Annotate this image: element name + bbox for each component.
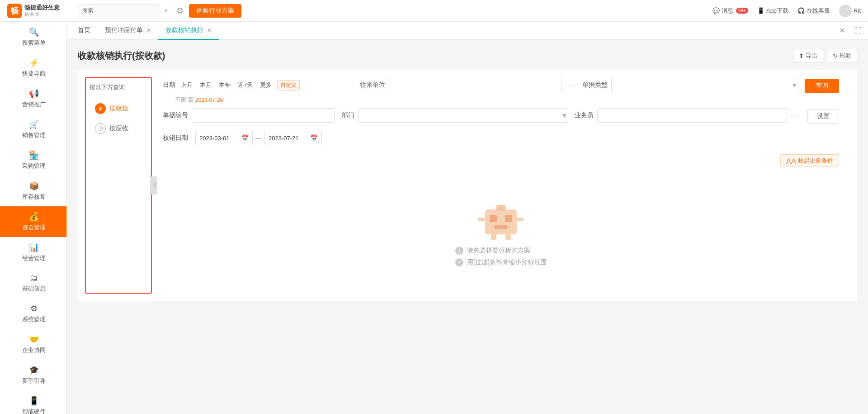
tab-0[interactable]: 首页 xyxy=(71,22,98,40)
tab-1[interactable]: 预付冲应付单✕ xyxy=(98,22,158,40)
sidebar-item-智能硬件[interactable]: 📱 智能硬件 xyxy=(0,390,66,414)
sidebar-icon-1: ⚡ xyxy=(29,58,39,68)
industry-solution-button[interactable]: 体验行业方案 xyxy=(189,4,241,18)
app-title: 畅捷通好生意 xyxy=(24,4,60,11)
online-service-button[interactable]: 🎧 在线客服 xyxy=(797,7,830,15)
sidebar-item-快捷导航[interactable]: ⚡ 快捷导航 xyxy=(0,52,66,83)
query-row-3: 核销日期 📅 — 📅 xyxy=(163,131,839,145)
expand-tab-button[interactable]: ⛶ xyxy=(852,24,864,37)
verify-date-end-wrap: 📅 xyxy=(264,131,322,145)
query-actions-col: 查询 xyxy=(805,77,839,93)
export-icon: ⬆ xyxy=(799,52,804,59)
department-input[interactable] xyxy=(358,108,568,123)
filter-option-by-receivable[interactable]: ⏱ 按应收 xyxy=(90,119,147,138)
sidebar-label-4: 采购管理 xyxy=(22,162,46,170)
date-last-7-days[interactable]: 近7天 xyxy=(236,80,255,90)
service-icon: 🎧 xyxy=(797,7,805,14)
empty-illustration xyxy=(474,196,528,241)
tab-label-1: 预付冲应付单 xyxy=(105,26,143,34)
date-label: 日期 xyxy=(163,81,175,89)
staff-input[interactable] xyxy=(597,108,787,123)
sidebar-label-8: 基础信息 xyxy=(22,285,46,293)
bill-type-input[interactable] xyxy=(611,78,798,92)
calendar-start-icon[interactable]: 📅 xyxy=(241,134,249,142)
date-more[interactable]: 更多 xyxy=(258,80,274,90)
counterparty-input[interactable] xyxy=(389,78,562,92)
refresh-button[interactable]: ↻ 刷新 xyxy=(827,49,857,62)
svg-rect-1 xyxy=(490,215,497,222)
filter-panel-title: 按以下方查询 xyxy=(90,83,147,94)
sidebar-item-经营管理[interactable]: 📊 经营管理 xyxy=(0,237,66,268)
tab-close-2[interactable]: ✕ xyxy=(207,27,212,33)
content-area: 首页预付冲应付单✕收款核销执行✕ ✕ ⛶ 收款核销执行(按收款) ⬆ 导出 ↻ xyxy=(67,22,868,414)
user-avatar[interactable]: Rit xyxy=(839,5,861,17)
sidebar-icon-7: 📊 xyxy=(29,243,39,252)
svg-rect-0 xyxy=(485,209,517,234)
bill-no-input[interactable] xyxy=(192,108,335,123)
sidebar-label-11: 新手引导 xyxy=(22,377,46,385)
sidebar-item-系统管理[interactable]: ⚙ 系统管理 xyxy=(0,298,66,329)
collapse-icon: ⋀⋀ xyxy=(786,157,796,164)
sidebar-item-新手引导[interactable]: 🎓 新手引导 xyxy=(0,360,66,390)
sidebar-item-库存核算[interactable]: 📦 库存核算 xyxy=(0,176,66,206)
settings-button[interactable]: 设置 xyxy=(807,109,839,124)
date-this-month[interactable]: 本月 xyxy=(198,80,213,90)
query-button[interactable]: 查询 xyxy=(805,79,839,93)
receipt-icon: ¥ xyxy=(95,103,106,114)
app-download-button[interactable]: 📱 App下载 xyxy=(757,7,788,15)
gear-icon[interactable]: ⚙ xyxy=(176,6,184,16)
verify-date-start-wrap: 📅 xyxy=(195,131,253,145)
tab-label-2: 收款核销执行 xyxy=(165,26,203,34)
sidebar-icon-8: 🗂 xyxy=(30,273,38,283)
date-range-separator: — xyxy=(255,134,262,142)
export-button[interactable]: ⬆ 导出 xyxy=(793,49,823,62)
date-custom-badge[interactable]: 自定义 xyxy=(277,80,300,90)
tab-2[interactable]: 收款核销执行✕ xyxy=(158,22,219,40)
filter-panel: 按以下方查询 ¥ 按收款 ⏱ 按应收 《 xyxy=(85,77,152,294)
verify-date-start-input[interactable] xyxy=(199,135,239,142)
app-icon: 📱 xyxy=(757,7,764,14)
sidebar-icon-3: 🛒 xyxy=(29,119,39,129)
filter-option-label: 按应收 xyxy=(109,124,128,133)
svg-rect-6 xyxy=(517,218,524,221)
collapse-panel-button[interactable]: 《 xyxy=(150,176,157,195)
date-this-year[interactable]: 本年 xyxy=(217,80,232,90)
counterparty-field: 往来单位 ··· xyxy=(360,78,575,92)
sidebar-item-企业协同[interactable]: 🤝 企业协同 xyxy=(0,329,66,360)
message-button[interactable]: 💬 消息 99+ xyxy=(712,7,748,15)
staff-more-icon[interactable]: ··· xyxy=(791,111,800,120)
page-title-actions: ⬆ 导出 ↻ 刷新 xyxy=(793,49,857,62)
filter-option-by-receipt[interactable]: ¥ 按收款 xyxy=(90,100,147,118)
sidebar-item-基础信息[interactable]: 🗂 基础信息 xyxy=(0,268,66,298)
date-shortcuts: 上月 本月 本年 近7天 更多 自定义 xyxy=(179,80,300,90)
department-field: 部门 ▼ xyxy=(342,108,567,123)
tab-bar-actions: ✕ ⛶ xyxy=(835,24,864,37)
sidebar-icon-9: ⚙ xyxy=(30,304,38,314)
sidebar-icon-11: 🎓 xyxy=(29,365,39,375)
calendar-end-icon[interactable]: 📅 xyxy=(310,134,318,142)
search-input[interactable] xyxy=(78,5,159,17)
verify-date-end-input[interactable] xyxy=(269,135,308,142)
sidebar-icon-6: 💰 xyxy=(29,212,39,222)
sidebar-item-采购管理[interactable]: 🏪 采购管理 xyxy=(0,145,66,176)
date-last-month[interactable]: 上月 xyxy=(179,80,194,90)
message-badge: 99+ xyxy=(736,8,748,14)
logo: 畅 畅捷通好生意 标准版 xyxy=(7,4,71,18)
sidebar-label-3: 销售管理 xyxy=(22,131,46,139)
sidebar-item-营销推广[interactable]: 📢 营销推广 xyxy=(0,83,66,114)
tab-close-1[interactable]: ✕ xyxy=(146,27,151,33)
sidebar-item-销售管理[interactable]: 🛒 销售管理 xyxy=(0,114,66,145)
empty-hint-2: 2 用[过滤]条件来缩小分析范围 xyxy=(455,258,547,266)
sidebar-item-资金管理[interactable]: 💰 资金管理 xyxy=(0,206,66,237)
sidebar-icon-5: 📦 xyxy=(29,181,39,191)
tab-label-0: 首页 xyxy=(78,26,90,34)
close-tab-button[interactable]: ✕ xyxy=(835,24,848,37)
sidebar-item-搜索菜单[interactable]: 🔍 搜索菜单 xyxy=(0,22,66,52)
counterparty-more-icon[interactable]: ··· xyxy=(566,81,575,90)
svg-rect-4 xyxy=(496,205,505,210)
logo-icon: 畅 xyxy=(7,4,22,18)
hint-2-number: 2 xyxy=(455,258,463,266)
page-title-bar: 收款核销执行(按收款) ⬆ 导出 ↻ 刷新 xyxy=(78,49,857,62)
collapse-more-label: 收起更多条件 xyxy=(798,157,833,165)
collapse-more-button[interactable]: ⋀⋀ 收起更多条件 xyxy=(780,154,839,167)
